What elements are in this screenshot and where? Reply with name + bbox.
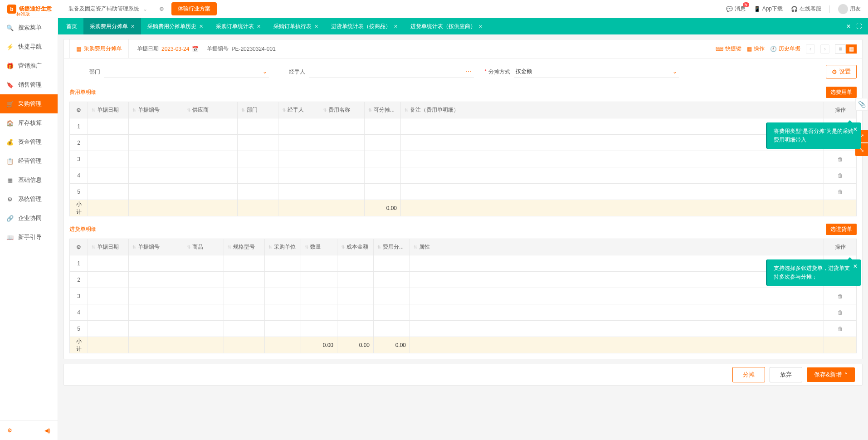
table-cell[interactable] <box>410 288 824 304</box>
sidebar-item-8[interactable]: ▦基础信息 <box>0 171 58 190</box>
table-cell[interactable] <box>265 288 301 304</box>
table-header[interactable]: ⇅供应商 <box>183 102 238 118</box>
delete-row-button[interactable]: 🗑 <box>824 321 857 337</box>
table-cell[interactable] <box>401 118 824 135</box>
table-cell[interactable] <box>183 118 238 135</box>
table-cell[interactable] <box>265 321 301 337</box>
table-cell[interactable] <box>238 135 278 151</box>
tab-4[interactable]: 采购订单执行表✕ <box>267 18 325 34</box>
view-list-button[interactable]: ≡ <box>835 44 846 54</box>
sidebar-item-7[interactable]: 📋经营管理 <box>0 152 58 171</box>
table-cell[interactable] <box>401 184 824 200</box>
table-cell[interactable] <box>238 118 278 135</box>
table-cell[interactable] <box>129 118 183 135</box>
table-cell[interactable] <box>129 321 183 337</box>
close-icon[interactable]: ✕ <box>478 24 483 29</box>
table-header[interactable]: ⇅单据编号 <box>129 102 183 118</box>
tab-1[interactable]: 采购费用分摊单✕ <box>83 18 141 34</box>
table-cell[interactable] <box>88 151 129 167</box>
history-link[interactable]: 🕘历史单据 <box>770 45 800 53</box>
table-cell[interactable] <box>183 255 224 272</box>
table-header[interactable]: ⇅采购单位 <box>265 239 301 255</box>
delete-row-button[interactable]: 🗑 <box>824 184 857 200</box>
delete-row-button[interactable]: 🗑 <box>824 288 857 304</box>
table-cell[interactable] <box>337 288 374 304</box>
close-icon[interactable]: ✕ <box>853 125 858 134</box>
delete-row-button[interactable]: 🗑 <box>824 151 857 167</box>
table-cell[interactable] <box>301 255 337 272</box>
table-header[interactable]: ⇅商品 <box>183 239 224 255</box>
table-cell[interactable] <box>183 304 224 321</box>
close-icon[interactable]: ✕ <box>131 24 135 29</box>
table-cell[interactable] <box>319 118 365 135</box>
close-icon[interactable]: ✕ <box>394 24 398 29</box>
tab-2[interactable]: 采购费用分摊单历史✕ <box>141 18 210 34</box>
table-cell[interactable] <box>183 135 238 151</box>
table-cell[interactable] <box>183 321 224 337</box>
sidebar-item-6[interactable]: 💰资金管理 <box>0 132 58 152</box>
table-cell[interactable] <box>129 304 183 321</box>
table-cell[interactable] <box>278 167 319 184</box>
table-header[interactable]: ⇅备注（费用单明细） <box>401 102 824 118</box>
gear-icon[interactable]: ⚙ <box>159 6 164 12</box>
hotkey-link[interactable]: ⌨快捷键 <box>716 45 741 53</box>
table-cell[interactable] <box>183 151 238 167</box>
view-card-button[interactable]: ▦ <box>846 44 857 54</box>
fullscreen-icon[interactable]: ⛶ <box>856 23 862 29</box>
collapse-icon[interactable]: ◀) <box>44 427 50 434</box>
sidebar-item-0[interactable]: 🔍搜索菜单 <box>0 18 58 37</box>
table-cell[interactable] <box>374 288 410 304</box>
table-header[interactable]: ⇅费用分... <box>374 239 410 255</box>
table-cell[interactable] <box>319 135 365 151</box>
table-cell[interactable] <box>183 288 224 304</box>
delete-row-button[interactable]: 🗑 <box>824 304 857 321</box>
table-cell[interactable] <box>319 184 365 200</box>
table-cell[interactable] <box>401 135 824 151</box>
table-cell[interactable] <box>374 255 410 272</box>
table-cell[interactable] <box>88 321 129 337</box>
table-header[interactable]: ⇅数量 <box>301 239 337 255</box>
table-cell[interactable] <box>278 184 319 200</box>
table-cell[interactable] <box>374 321 410 337</box>
table-header[interactable]: ⇅属性 <box>410 239 824 255</box>
table-cell[interactable] <box>238 184 278 200</box>
table-cell[interactable] <box>410 272 824 288</box>
table-header[interactable]: ⇅成本金额 <box>337 239 374 255</box>
table-cell[interactable] <box>319 167 365 184</box>
table-cell[interactable] <box>88 288 129 304</box>
dept-select[interactable]: ⌄ <box>104 65 269 78</box>
table-cell[interactable] <box>183 167 238 184</box>
close-icon[interactable]: ✕ <box>314 24 318 29</box>
table-cell[interactable] <box>410 255 824 272</box>
close-icon[interactable]: ✕ <box>853 262 858 271</box>
table-cell[interactable] <box>337 272 374 288</box>
table-cell[interactable] <box>238 167 278 184</box>
select-receipt-button[interactable]: 选进货单 <box>826 224 857 235</box>
table-cell[interactable] <box>224 304 265 321</box>
table-cell[interactable] <box>374 272 410 288</box>
table-cell[interactable] <box>337 255 374 272</box>
sidebar-item-1[interactable]: ⚡快捷导航 <box>0 37 58 56</box>
table-header[interactable]: ⇅规格型号 <box>224 239 265 255</box>
table-cell[interactable] <box>301 272 337 288</box>
table-cell[interactable] <box>278 151 319 167</box>
table-cell[interactable] <box>319 151 365 167</box>
doc-date-value[interactable]: 2023-03-24 <box>161 46 189 52</box>
sidebar-item-3[interactable]: 🔖销售管理 <box>0 75 58 94</box>
table-header[interactable]: ⇅费用名称 <box>319 102 365 118</box>
online-support[interactable]: 🎧 在线客服 <box>791 5 821 13</box>
handler-select[interactable]: ⋯ <box>309 65 474 78</box>
table-cell[interactable] <box>88 272 129 288</box>
calendar-icon[interactable]: 📅 <box>192 46 199 52</box>
settings-icon[interactable]: ⚙ <box>7 427 12 434</box>
table-cell[interactable] <box>365 135 401 151</box>
table-cell[interactable] <box>183 272 224 288</box>
table-cell[interactable] <box>224 272 265 288</box>
close-all-icon[interactable]: ✕ <box>846 23 851 29</box>
sidebar-item-2[interactable]: 🎁营销推广 <box>0 56 58 75</box>
method-select[interactable]: 按金额⌄ <box>514 65 679 78</box>
table-gear[interactable]: ⚙ <box>70 239 88 255</box>
table-header[interactable]: ⇅单据日期 <box>88 239 129 255</box>
close-icon[interactable]: ✕ <box>199 24 203 29</box>
table-cell[interactable] <box>129 167 183 184</box>
